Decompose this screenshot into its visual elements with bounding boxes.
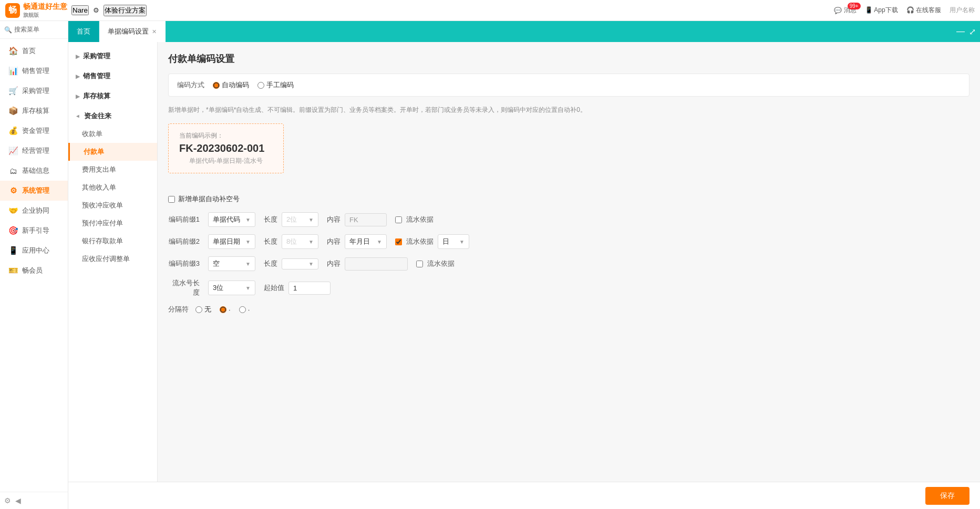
- arrow-icon: ▶: [76, 54, 80, 59]
- tab-code-settings[interactable]: 单据编码设置 ✕: [99, 21, 166, 42]
- settings-icon[interactable]: ⚙: [93, 6, 99, 14]
- separator-dot-radio[interactable]: [220, 306, 226, 313]
- trial-button[interactable]: 体验行业方案: [104, 5, 147, 16]
- auto-fill-checkbox[interactable]: [168, 196, 175, 203]
- prefix2-select[interactable]: 单据日期 ▼: [208, 234, 255, 249]
- logo-icon: 畅: [5, 3, 20, 18]
- sub-nav-item-prepay-offset-recv[interactable]: 预收冲应收单: [68, 196, 157, 214]
- separator-none-radio[interactable]: [195, 306, 202, 313]
- collapse-icon[interactable]: ◀: [15, 496, 21, 505]
- sidebar-nav: 🏠 首页 📊 销售管理 🛒 采购管理 📦 库存核算 💰 资金管理 📈 经: [0, 39, 68, 492]
- separator-none-option[interactable]: 无: [195, 305, 211, 314]
- prefix2-watermark-label: 流水依据: [406, 237, 434, 246]
- search-icon: 🔍: [4, 26, 12, 34]
- prefix2-watermark-checkbox[interactable]: [395, 238, 402, 245]
- main-area: 首页 单据编码设置 ✕ — ⤢ ▶ 采购管理: [68, 21, 980, 509]
- prefix2-length-label: 长度: [264, 237, 277, 246]
- sub-nav-item-prepay-offset-pay[interactable]: 预付冲应付单: [68, 214, 157, 232]
- search-menu[interactable]: 🔍 搜索菜单: [0, 21, 68, 39]
- prefix1-watermark-label: 流水依据: [406, 215, 434, 224]
- top-bar-left: 畅 畅通道好生意 旗舰版 Nare ⚙ 体验行业方案: [5, 2, 147, 19]
- separator-dot2-radio[interactable]: [239, 306, 246, 313]
- prefix3-content-input[interactable]: [345, 257, 408, 271]
- prefix1-select[interactable]: 单据代码 ▼: [208, 212, 255, 227]
- prefix1-length-select[interactable]: 2位 ▼: [282, 212, 318, 227]
- sidebar-item-member[interactable]: 🎫 畅会员: [0, 261, 68, 281]
- prefix3-content-label: 内容: [327, 259, 341, 268]
- message-button[interactable]: 💬 消息 99+: [834, 6, 857, 15]
- sidebar-item-home[interactable]: 🏠 首页: [0, 41, 68, 61]
- separator-label: 分隔符: [168, 305, 189, 314]
- guide-icon: 🎯: [8, 226, 18, 235]
- prefix3-length-group: 长度 ▼: [264, 258, 318, 269]
- app-download-button[interactable]: 📱 App下载: [865, 6, 898, 15]
- sidebar-item-operations[interactable]: 📈 经营管理: [0, 141, 68, 161]
- prefix2-cycle-select[interactable]: 日 ▼: [438, 234, 469, 249]
- sub-nav-item-payment[interactable]: 付款单: [68, 143, 157, 161]
- preview-box: 当前编码示例： FK-20230602-001 单据代码-单据日期-流水号: [168, 123, 284, 173]
- sidebar-item-finance[interactable]: 💰 资金管理: [0, 121, 68, 141]
- tab-close-icon[interactable]: ✕: [152, 28, 157, 35]
- sub-nav-item-bank-deposit[interactable]: 银行存取款单: [68, 232, 157, 250]
- start-value-input[interactable]: [288, 282, 331, 295]
- prefix3-length-label: 长度: [264, 259, 277, 268]
- sub-nav-group-purchase-title[interactable]: ▶ 采购管理: [68, 47, 157, 65]
- prefix3-select[interactable]: 空 ▼: [208, 256, 255, 271]
- sidebar-item-purchase[interactable]: 🛒 采购管理: [0, 81, 68, 101]
- serial-length-row: 流水号长度 3位 ▼ 起始值: [168, 278, 969, 297]
- org-dropdown[interactable]: Nare: [71, 5, 89, 15]
- auto-encode-option[interactable]: 自动编码: [213, 80, 249, 90]
- prefix3-length-select[interactable]: ▼: [282, 258, 318, 269]
- content-wrapper: ▶ 采购管理 ▶ 销售管理 ▶ 库存核算: [68, 42, 980, 482]
- sub-nav-item-receipt[interactable]: 收款单: [68, 125, 157, 143]
- operations-icon: 📈: [8, 146, 18, 155]
- user-name[interactable]: 用户名称: [950, 6, 975, 15]
- prefix1-content-input[interactable]: [345, 213, 387, 226]
- sidebar-item-basic[interactable]: 🗂 基础信息: [0, 161, 68, 181]
- sub-nav-item-receivable-adjust[interactable]: 应收应付调整单: [68, 250, 157, 268]
- manual-encode-option[interactable]: 手工编码: [257, 80, 294, 90]
- sub-nav-group-inventory: ▶ 库存核算: [68, 87, 157, 105]
- sub-nav-group-inventory-title[interactable]: ▶ 库存核算: [68, 87, 157, 105]
- sub-nav-group-finance-title[interactable]: ▼ 资金往来: [68, 107, 157, 125]
- prefix2-content-label: 内容: [327, 237, 341, 246]
- sidebar-item-apps[interactable]: 📱 应用中心: [0, 241, 68, 261]
- sub-nav-item-expense[interactable]: 费用支出单: [68, 161, 157, 179]
- settings-bottom-icon[interactable]: ⚙: [4, 496, 11, 505]
- prefix3-content-group: 内容: [327, 257, 408, 271]
- tab-home[interactable]: 首页: [68, 21, 99, 42]
- sidebar-item-enterprise[interactable]: 🤝 企业协同: [0, 201, 68, 221]
- sub-nav-item-other-income[interactable]: 其他收入单: [68, 179, 157, 196]
- prefix3-label: 编码前缀3: [168, 259, 200, 268]
- prefix1-watermark-checkbox[interactable]: [395, 216, 402, 223]
- separator-dot-option[interactable]: ·: [220, 306, 231, 314]
- prefix2-row: 编码前缀2 单据日期 ▼ 长度 8位 ▼ 内容: [168, 234, 969, 249]
- member-icon: 🎫: [8, 266, 18, 275]
- serial-length-select[interactable]: 3位 ▼: [208, 281, 255, 295]
- inventory-icon: 📦: [8, 106, 18, 116]
- arrow-icon: ▶: [76, 94, 80, 99]
- start-value-label: 起始值: [264, 283, 284, 293]
- sidebar-item-guide[interactable]: 🎯 新手引导: [0, 221, 68, 241]
- sidebar-item-sales[interactable]: 📊 销售管理: [0, 61, 68, 81]
- auto-fill-row: 新增单据自动补空号: [168, 194, 969, 204]
- separator-dot2-option[interactable]: ·: [239, 306, 250, 314]
- sub-nav-group-sales-title[interactable]: ▶ 销售管理: [68, 67, 157, 85]
- tab-maximize-icon[interactable]: ⤢: [969, 27, 976, 37]
- auto-fill-label: 新增单据自动补空号: [178, 194, 240, 204]
- dropdown-arrow-icon: ▼: [245, 261, 251, 267]
- prefix2-length-select[interactable]: 8位 ▼: [282, 234, 318, 249]
- prefix3-row: 编码前缀3 空 ▼ 长度 ▼ 内容: [168, 256, 969, 271]
- manual-encode-radio[interactable]: [257, 82, 264, 89]
- save-button[interactable]: 保存: [925, 487, 969, 505]
- top-bar-right: 💬 消息 99+ 📱 App下载 🎧 在线客服 用户名称: [834, 6, 975, 15]
- prefix2-content-select[interactable]: 年月日 ▼: [345, 234, 387, 249]
- sidebar-item-inventory[interactable]: 📦 库存核算: [0, 101, 68, 121]
- system-icon: ⚙: [8, 186, 18, 195]
- prefix3-watermark-checkbox[interactable]: [416, 261, 423, 267]
- basic-icon: 🗂: [8, 167, 18, 175]
- tab-minimize-icon[interactable]: —: [956, 27, 965, 36]
- online-service-button[interactable]: 🎧 在线客服: [906, 6, 941, 15]
- auto-encode-radio[interactable]: [213, 82, 220, 89]
- sidebar-item-system[interactable]: ⚙ 系统管理: [0, 181, 68, 201]
